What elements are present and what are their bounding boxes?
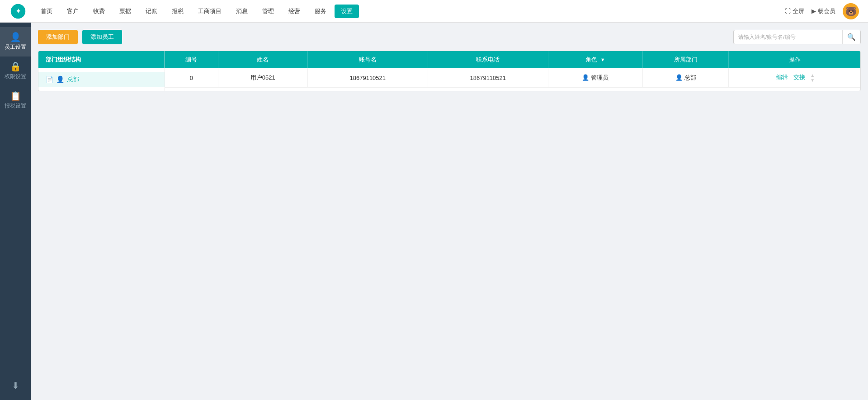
nav-message[interactable]: 消息 [230,5,254,18]
dept-name-general: 总部 [67,75,79,84]
edit-button[interactable]: 编辑 [774,73,790,81]
col-header-actions: 操作 [729,51,860,68]
table-row: 0 用户0521 18679110521 18679110521 👤管理员 👤总… [165,68,860,88]
search-input[interactable] [734,31,842,43]
logo-icon: ✦ [10,3,26,19]
add-employee-button[interactable]: 添加员工 [82,30,122,44]
cell-name: 用户0521 [218,68,307,88]
sidebar-label-tax: 报税设置 [5,102,26,110]
vip-btn[interactable]: ▶ 畅会员 [811,7,835,15]
top-navigation: ✦ 首页 客户 收费 票据 记账 报税 工商项目 消息 管理 经营 服务 设置 … [0,0,868,23]
fullscreen-label: 全屏 [793,7,804,15]
toolbar: 添加部门 添加员工 🔍 [38,30,861,44]
sidebar-label-permission: 权限设置 [5,73,26,80]
dept-tree: 📄 👤 总部 [38,68,165,91]
role-user-icon: 👤 [582,74,589,81]
dept-panel-header: 部门组织结构 [38,51,165,68]
download-icon: ⬇ [12,381,19,390]
tax-settings-icon: 📋 [10,91,21,100]
nav-tax[interactable]: 报税 [165,5,190,18]
avatar[interactable]: 🐻 [843,3,859,19]
nav-invoice[interactable]: 票据 [113,5,137,18]
table-scroll-area: 编号 姓名 账号名 联系电话 角色 ▼ 所属部门 操作 [165,51,860,88]
nav-manage[interactable]: 管理 [256,5,280,18]
nav-home[interactable]: 首页 [34,5,59,18]
cell-phone: 18679110521 [428,68,548,88]
svg-text:✦: ✦ [15,7,21,15]
cell-dept: 👤总部 [643,68,729,88]
cell-account: 18679110521 [307,68,428,88]
cell-id: 0 [165,68,218,88]
dept-panel: 部门组织结构 📄 👤 总部 [38,51,165,91]
employee-icon: 👤 [10,33,21,42]
fullscreen-btn[interactable]: ⛶ 全屏 [785,7,804,15]
add-dept-button[interactable]: 添加部门 [38,30,78,44]
nav-right-area: ⛶ 全屏 ▶ 畅会员 🐻 [785,3,859,19]
nav-client[interactable]: 客户 [61,5,85,18]
permission-icon: 🔒 [10,62,21,71]
col-header-name: 姓名 [218,51,307,68]
dept-user-icon-row: 👤 [675,74,683,81]
dept-file-icon: 📄 [46,76,53,83]
nav-business[interactable]: 工商项目 [192,5,228,18]
sidebar-bottom: ⬇ [0,376,31,400]
dept-user-icon: 👤 [56,75,65,84]
transfer-button[interactable]: 交接 [792,73,807,81]
table-header-row: 编号 姓名 账号名 联系电话 角色 ▼ 所属部门 操作 [165,51,860,68]
nav-operations[interactable]: 经营 [282,5,307,18]
vip-label: 畅会员 [818,7,835,15]
col-header-account: 账号名 [307,51,428,68]
search-button[interactable]: 🔍 [842,30,860,44]
nav-settings[interactable]: 设置 [335,5,359,18]
content-area: 部门组织结构 📄 👤 总部 编号 姓名 账号名 [38,51,861,91]
row-scroll-arrows: ▲▼ [810,73,815,83]
main-nav: 首页 客户 收费 票据 记账 报税 工商项目 消息 管理 经营 服务 设置 [34,5,785,18]
col-header-phone: 联系电话 [428,51,548,68]
employee-table: 编号 姓名 账号名 联系电话 角色 ▼ 所属部门 操作 [165,51,860,88]
nav-service[interactable]: 服务 [308,5,333,18]
vip-icon: ▶ [811,8,816,14]
nav-fee[interactable]: 收费 [87,5,111,18]
cell-actions: 编辑 交接 ▲▼ [729,68,860,88]
col-header-id: 编号 [165,51,218,68]
main-content: 添加部门 添加员工 🔍 部门组织结构 📄 👤 总部 [31,23,868,400]
search-bar: 🔍 [733,30,861,44]
role-filter-icon[interactable]: ▼ [600,57,605,62]
sidebar-item-employee[interactable]: 👤 员工设置 [0,27,31,56]
sidebar-download-btn[interactable]: ⬇ [0,376,31,395]
sidebar-item-tax-settings[interactable]: 📋 报税设置 [0,86,31,115]
cell-role: 👤管理员 [548,68,642,88]
app-logo: ✦ [5,3,32,19]
sidebar-label-employee: 员工设置 [5,43,26,51]
nav-bookkeeping[interactable]: 记账 [139,5,164,18]
employee-panel: 编号 姓名 账号名 联系电话 角色 ▼ 所属部门 操作 [165,51,860,91]
col-header-dept: 所属部门 [643,51,729,68]
fullscreen-icon: ⛶ [785,8,791,14]
col-header-role: 角色 ▼ [548,51,642,68]
sidebar-item-permission[interactable]: 🔒 权限设置 [0,56,31,86]
dept-tree-item-general[interactable]: 📄 👤 总部 [38,72,165,87]
sidebar: 👤 员工设置 🔒 权限设置 📋 报税设置 ⬇ [0,23,31,400]
